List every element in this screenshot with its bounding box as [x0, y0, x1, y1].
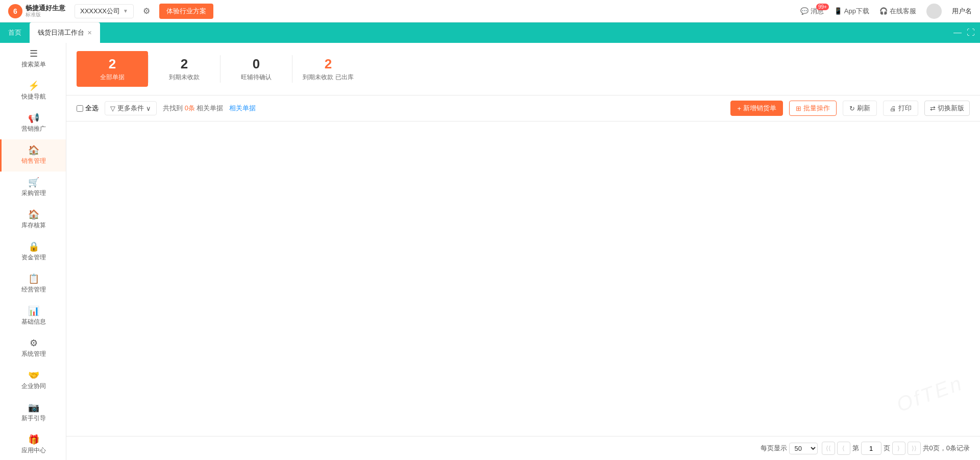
status-card-overdue-num: 2	[157, 56, 212, 72]
message-icon: 💬	[800, 7, 808, 15]
app-download-button[interactable]: 📱 App下载	[834, 7, 869, 16]
status-card-shipped-label: 到期未收款 已出库	[301, 73, 356, 82]
last-page-button[interactable]: ⟩⟩	[908, 442, 921, 455]
status-card-shipped-num: 2	[301, 56, 356, 72]
tab-home-label: 首页	[8, 28, 21, 37]
logo-icon: 6	[8, 4, 22, 18]
sidebar-item-purchase[interactable]: 🛒 采购管理	[0, 172, 66, 204]
page-nav: ⟨⟨ ⟨ 第 页 ⟩ ⟩⟩ 共0页，0条记录	[822, 442, 970, 455]
page-size-selector: 每页显示 50 100	[761, 443, 818, 454]
total-label: 共0页，0条记录	[923, 444, 970, 453]
experience-button[interactable]: 体验行业方案	[159, 4, 213, 19]
service-icon: 🎧	[879, 7, 888, 15]
enterprise-icon: 🤝	[28, 371, 39, 380]
basic-icon: 📊	[28, 306, 39, 316]
add-order-button[interactable]: + 新增销货单	[730, 101, 783, 116]
username: 用户名	[952, 7, 972, 16]
tab-workbench[interactable]: 钱货日清工作台 ✕	[30, 22, 100, 43]
messages-button[interactable]: 💬 消息 99+	[800, 7, 824, 16]
company-selector[interactable]: XXXXXX公司 ▼	[75, 4, 134, 18]
switch-version-button[interactable]: ⇄ 切换新版	[924, 101, 970, 116]
status-card-shipped[interactable]: 2 到期未收款 已出库	[292, 51, 364, 87]
sidebar-item-operations[interactable]: 📋 经营管理	[0, 268, 66, 300]
add-icon: +	[737, 105, 741, 112]
logo-sub: 标准版	[26, 12, 65, 18]
found-count: 0条	[185, 104, 195, 112]
sidebar-item-purchase-label: 采购管理	[21, 189, 46, 198]
page-size-select-input[interactable]: 50 100	[789, 443, 818, 454]
avatar[interactable]	[926, 4, 942, 19]
print-icon: 🖨	[890, 105, 896, 112]
appstore-icon: 🎁	[28, 435, 39, 444]
sidebar-item-inventory-label: 库存核算	[21, 221, 46, 230]
sidebar-item-marketing[interactable]: 📢 营销推广	[0, 107, 66, 139]
refresh-button[interactable]: ↻ 刷新	[843, 101, 877, 116]
batch-operation-button[interactable]: ⊞ 批量操作	[789, 101, 837, 116]
sidebar-item-finance-label: 资金管理	[21, 253, 46, 262]
toolbar-right: + 新增销货单 ⊞ 批量操作 ↻ 刷新 🖨 打印 ⇄ 切换新版	[730, 101, 970, 116]
sidebar-item-marketing-label: 营销推广	[21, 125, 46, 133]
tab-minimize-icon[interactable]: —	[953, 28, 962, 37]
print-button[interactable]: 🖨 打印	[883, 101, 918, 116]
sidebar-item-operations-label: 经营管理	[21, 285, 46, 294]
status-card-overdue[interactable]: 2 到期未收款	[149, 51, 220, 87]
online-service-button[interactable]: 🎧 在线客服	[879, 7, 916, 16]
related-orders-link[interactable]: 相关单据	[229, 104, 256, 113]
prev-page-button[interactable]: ⟨	[837, 442, 850, 455]
filter-button[interactable]: ▽ 更多条件 ∨	[105, 101, 157, 115]
found-suffix: 相关单据	[197, 104, 223, 112]
sidebar-item-inventory[interactable]: 🏠 库存核算	[0, 204, 66, 236]
status-cards: 2 全部单据 2 到期未收款 0 旺辅待确认 2 到期未收款 已出库	[66, 43, 980, 95]
tab-maximize-icon[interactable]: ⛶	[967, 28, 975, 37]
sidebar-item-guide-label: 新手引导	[21, 414, 46, 423]
guide-icon: 📷	[28, 403, 39, 412]
next-page-button[interactable]: ⟩	[892, 442, 905, 455]
status-card-pending-label: 旺辅待确认	[229, 73, 284, 82]
tab-home[interactable]: 首页	[0, 22, 30, 43]
page-label-first: 第	[852, 444, 859, 453]
logo-area: 6 畅捷通好生意 标准版	[8, 4, 75, 18]
sidebar-item-quicknav-label: 快捷导航	[21, 92, 46, 101]
sidebar: ☰ 搜索菜单 ⚡ 快捷导航 📢 营销推广 🏠 销售管理 🛒 采购管理 🏠 库存核…	[0, 43, 66, 460]
page-size-label: 每页显示	[761, 444, 787, 453]
filter-icon: ▽	[110, 105, 115, 112]
sales-icon: 🏠	[28, 146, 39, 155]
sidebar-item-quicknav[interactable]: ⚡ 快捷导航	[0, 75, 66, 107]
batch-icon: ⊞	[796, 105, 801, 112]
toolbar-left: 全选 ▽ 更多条件 ∨ 共找到 0条 相关单据 相关单据	[77, 101, 724, 115]
status-card-pending[interactable]: 0 旺辅待确认	[220, 51, 292, 87]
found-text: 共找到 0条 相关单据	[163, 104, 223, 113]
top-header: 6 畅捷通好生意 标准版 XXXXXX公司 ▼ ⚙ 体验行业方案 💬 消息 99…	[0, 0, 980, 22]
sidebar-item-appstore[interactable]: 🎁 应用中心	[0, 429, 66, 460]
status-card-all-label: 全部单据	[85, 73, 140, 82]
pagination-bar: 每页显示 50 100 ⟨⟨ ⟨ 第 页 ⟩ ⟩⟩ 共0页，0条记录	[66, 436, 980, 460]
sidebar-item-search[interactable]: ☰ 搜索菜单	[0, 43, 66, 75]
logo-main: 畅捷通好生意	[26, 4, 65, 12]
status-card-all[interactable]: 2 全部单据	[77, 51, 148, 87]
sidebar-item-basic-label: 基础信息	[21, 318, 46, 326]
tab-bar: 首页 钱货日清工作台 ✕ — ⛶	[0, 22, 980, 43]
select-all-label: 全选	[85, 104, 99, 113]
first-page-button[interactable]: ⟨⟨	[822, 442, 835, 455]
header-right: 💬 消息 99+ 📱 App下载 🎧 在线客服 用户名	[800, 4, 972, 19]
quicknav-icon: ⚡	[28, 81, 39, 90]
select-all-checkbox[interactable]: 全选	[77, 104, 99, 113]
sidebar-item-guide[interactable]: 📷 新手引导	[0, 397, 66, 429]
sidebar-item-system[interactable]: ⚙ 系统管理	[0, 332, 66, 365]
select-all-input[interactable]	[77, 105, 83, 112]
sidebar-item-finance[interactable]: 🔒 资金管理	[0, 236, 66, 268]
sidebar-item-sales[interactable]: 🏠 销售管理	[0, 139, 66, 172]
sidebar-item-system-label: 系统管理	[21, 350, 46, 358]
sidebar-item-appstore-label: 应用中心	[21, 446, 46, 455]
tab-close-icon[interactable]: ✕	[87, 30, 92, 36]
logo-text: 畅捷通好生意 标准版	[26, 4, 65, 18]
sidebar-item-enterprise[interactable]: 🤝 企业协同	[0, 365, 66, 397]
settings-button[interactable]: ⚙	[139, 4, 154, 19]
search-menu-icon: ☰	[30, 49, 38, 58]
status-card-overdue-label: 到期未收款	[157, 73, 212, 82]
page-number-input[interactable]	[861, 442, 881, 455]
print-label: 打印	[898, 104, 912, 113]
sidebar-item-basic[interactable]: 📊 基础信息	[0, 300, 66, 332]
filter-label: 更多条件	[117, 104, 144, 113]
operations-icon: 📋	[28, 274, 39, 283]
